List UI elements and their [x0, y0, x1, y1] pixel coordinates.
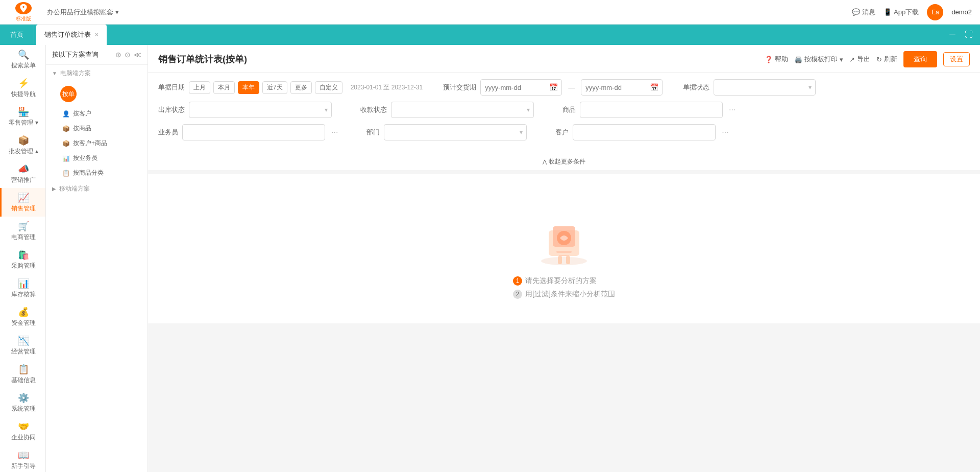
scheme-group-mobile[interactable]: ▶ 移动端方案	[46, 180, 148, 197]
sidebar-item-marketing[interactable]: 📣 营销推广	[0, 159, 45, 188]
sales-icon: 📈	[18, 192, 29, 203]
tab-sales-order[interactable]: 销售订单统计表 ×	[36, 25, 107, 45]
customer-more-icon[interactable]: ···	[722, 128, 728, 137]
goods-scheme-icon: 📦	[62, 125, 70, 132]
sidebar-item-retail[interactable]: 🏪 零售管理 ▾	[0, 102, 45, 131]
expected-date-label: 预计交货期	[443, 83, 476, 92]
sidebar-item-sales[interactable]: 📈 销售管理	[0, 188, 45, 217]
sidebar-item-ecommerce[interactable]: 🛒 电商管理	[0, 217, 45, 245]
left-panel: 按以下方案查询 ⊕ ⊙ ≪ ▼ 电脑端方案 按单 👤 按客户 📦 按商品 📦 按…	[46, 45, 148, 472]
expected-date-to: 📅	[581, 79, 663, 96]
wholesale-icon: 📦	[18, 135, 29, 146]
department-select-wrapper: ▾	[384, 124, 527, 140]
date-btn-more[interactable]: 更多	[290, 81, 312, 94]
empty-tips: 1 请先选择要分析的方案 2 用[过滤]条件来缩小分析范围	[513, 276, 615, 303]
header-actions: ❓ 帮助 🖨️ 按模板打印 ▾ ↗ 导出 ↻ 刷新	[765, 51, 970, 67]
operations-icon: 📉	[18, 335, 29, 346]
sidebar-item-operations[interactable]: 📉 经营管理	[0, 331, 45, 360]
app-download-btn[interactable]: 📱 App下载	[884, 8, 919, 17]
expected-date-from-input[interactable]	[480, 79, 562, 96]
sidebar-item-inventory[interactable]: 📊 库存核算	[0, 274, 45, 302]
date-btn-7days[interactable]: 近7天	[262, 81, 287, 94]
message-btn[interactable]: 💬 消息	[852, 8, 875, 17]
scheme-group-desktop[interactable]: ▼ 电脑端方案	[46, 65, 148, 82]
sidebar-label-retail: 零售管理 ▾	[9, 119, 38, 127]
salesperson-input[interactable]	[182, 124, 325, 140]
out-status-select[interactable]	[189, 102, 332, 118]
export-btn[interactable]: ↗ 导出	[849, 55, 870, 64]
sidebar-item-search[interactable]: 🔍 搜索菜单	[0, 45, 45, 74]
department-label: 部门	[366, 128, 380, 137]
template-print-btn[interactable]: 🖨️ 按模板打印 ▾	[794, 55, 843, 64]
sidebar-label-purchase: 采购管理	[11, 262, 36, 270]
goods-input[interactable]	[580, 102, 723, 118]
customer-label: 客户	[555, 128, 569, 137]
filter-area: 单据日期 上月 本月 本年 近7天 更多 自定义 2023-01-01 至 20…	[148, 73, 980, 153]
help-btn[interactable]: ❓ 帮助	[765, 55, 788, 64]
sidebar-item-wholesale[interactable]: 📦 批发管理 ▴	[0, 131, 45, 159]
goods-more-icon[interactable]: ···	[729, 105, 736, 114]
tab-maximize-btn[interactable]: ⛶	[962, 28, 976, 42]
scheme-item-customer-label: 按客户	[73, 109, 91, 118]
scheme-item-bill[interactable]: 按单	[46, 82, 148, 106]
add-scheme-btn[interactable]: ⊕	[115, 51, 121, 59]
date-btn-last-month[interactable]: 上月	[189, 81, 210, 94]
setting-button[interactable]: 设置	[943, 52, 970, 66]
receipt-status-select[interactable]	[391, 102, 534, 118]
date-btn-this-year[interactable]: 本年	[238, 81, 259, 94]
tab-close-icon[interactable]: ×	[95, 32, 99, 38]
sidebar-label-wholesale: 批发管理 ▴	[9, 147, 38, 156]
scheme-item-salesperson[interactable]: 📊 按业务员	[46, 151, 148, 166]
scheme-item-customer-goods[interactable]: 📦 按客户+商品	[46, 136, 148, 151]
customer-input[interactable]	[573, 124, 716, 140]
sidebar-item-quicknav[interactable]: ⚡ 快捷导航	[0, 74, 45, 102]
collapse-panel-btn[interactable]: ≪	[134, 51, 141, 59]
svg-rect-7	[566, 256, 570, 264]
goods-label: 商品	[562, 105, 576, 114]
scheme-item-goods-category[interactable]: 📋 按商品分类	[46, 166, 148, 180]
tip-text-2: 用[过滤]条件来缩小分析范围	[525, 290, 615, 299]
query-button[interactable]: 查询	[903, 51, 937, 67]
collapse-icon: ⋀	[543, 159, 547, 164]
panel-header-title: 按以下方案查询	[52, 50, 99, 59]
sidebar-item-purchase[interactable]: 🛍️ 采购管理	[0, 245, 45, 274]
out-status-field: 出库状态 ▾	[158, 102, 332, 118]
date-btn-this-month[interactable]: 本月	[213, 81, 235, 94]
message-icon: 💬	[852, 8, 860, 16]
expected-date-to-input[interactable]	[581, 79, 663, 96]
empty-state: 1 请先选择要分析的方案 2 用[过滤]条件来缩小分析范围	[148, 174, 980, 323]
refresh-btn[interactable]: ↻ 刷新	[876, 55, 897, 64]
sidebar-item-basic[interactable]: 📋 基础信息	[0, 360, 45, 388]
retail-icon: 🏪	[18, 106, 29, 117]
sidebar-item-collab[interactable]: 🤝 企业协同	[0, 417, 45, 445]
salesperson-more-icon[interactable]: ···	[331, 128, 338, 137]
department-select[interactable]	[384, 124, 527, 140]
date-btn-custom[interactable]: 自定义	[315, 81, 342, 94]
scheme-item-customer[interactable]: 👤 按客户	[46, 106, 148, 121]
receipt-status-select-wrapper: ▾	[391, 102, 534, 118]
sidebar-item-guide[interactable]: 📖 新手引导	[0, 445, 45, 472]
sidebar-item-finance[interactable]: 💰 资金管理	[0, 302, 45, 331]
salesperson-label: 业务员	[158, 128, 178, 137]
sidebar-label-operations: 经营管理	[11, 347, 36, 356]
receipt-status-field: 收款状态 ▾	[360, 102, 534, 118]
sidebar-item-system[interactable]: ⚙️ 系统管理	[0, 388, 45, 417]
sidebar-label-marketing: 营销推广	[11, 176, 36, 184]
company-selector[interactable]: 办公用品行业模拟账套 ▾	[43, 6, 123, 19]
bill-status-label: 单据状态	[683, 83, 709, 92]
tab-minimize-btn[interactable]: ─	[945, 28, 960, 42]
scheme-item-goods-category-label: 按商品分类	[73, 169, 104, 177]
avatar[interactable]: Ea	[927, 4, 943, 20]
content-header: 销售订单统计表(按单) ❓ 帮助 🖨️ 按模板打印 ▾ ↗ 导出	[148, 45, 980, 73]
user-name[interactable]: demo2	[951, 8, 972, 16]
sidebar-label-search: 搜索菜单	[11, 61, 36, 70]
bill-status-select[interactable]	[714, 79, 816, 96]
settings-scheme-btn[interactable]: ⊙	[125, 51, 131, 59]
sidebar-label-sales: 销售管理	[11, 204, 36, 213]
goods-category-scheme-icon: 📋	[62, 170, 70, 177]
expected-date-from: 📅	[480, 79, 562, 96]
scheme-item-goods[interactable]: 📦 按商品	[46, 121, 148, 136]
tab-home[interactable]: 首页	[0, 25, 34, 45]
inventory-icon: 📊	[18, 278, 29, 289]
collapse-bar[interactable]: ⋀ 收起更多条件	[148, 153, 980, 170]
